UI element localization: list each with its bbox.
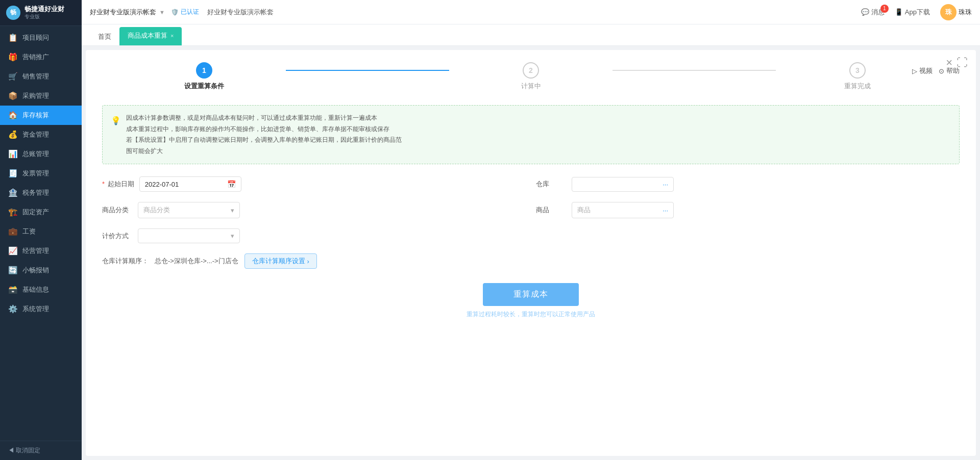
sidebar-item-label: 项目顾问 — [22, 33, 49, 42]
invoice-icon: 🧾 — [8, 169, 17, 178]
logo-icon: 畅 — [6, 6, 20, 20]
category-label: 商品分类 — [102, 206, 133, 215]
active-tab-label: 商品成本重算 — [128, 31, 167, 40]
sidebar-header: 畅 畅捷通好业财 专业版 — [0, 0, 82, 26]
warehouse-order-btn[interactable]: 仓库计算顺序设置 › — [244, 253, 317, 269]
avatar: 珠 — [940, 4, 957, 20]
verified-text: 已认证 — [181, 8, 199, 16]
goods-input[interactable]: 商品 ··· — [572, 202, 674, 218]
payroll-icon: 💼 — [8, 227, 17, 236]
sidebar-item-invoice[interactable]: 🧾 发票管理 — [0, 164, 82, 183]
help-link-label: 帮助 — [946, 66, 960, 75]
form-row-2: 商品分类 商品分类 ▾ 商品 商品 ··· — [102, 202, 960, 218]
help-icon: ⊙ — [939, 67, 944, 75]
tab-close-icon[interactable]: × — [170, 33, 174, 39]
step-connector-2 — [612, 70, 776, 71]
sidebar-item-project[interactable]: 📋 项目顾问 — [0, 28, 82, 47]
step-actions: ▷ 视频 ⊙ 帮助 — [912, 66, 960, 75]
bulb-icon: 💡 — [111, 114, 121, 157]
form-group-price: 计价方式 ▾ — [102, 228, 526, 243]
sidebar-item-label: 系统管理 — [22, 304, 49, 314]
sidebar-item-finance[interactable]: 💰 资金管理 — [0, 125, 82, 144]
step-3-label: 重算完成 — [844, 82, 871, 91]
shield-icon: 🛡️ — [171, 9, 179, 16]
sidebar-item-marketing[interactable]: 🎁 营销推广 — [0, 47, 82, 67]
warehouse-order-value: 总仓->深圳仓库->...->门店仓 — [155, 257, 238, 266]
step-1: 1 设置重算条件 — [122, 62, 286, 91]
sidebar-item-assets[interactable]: 🏗️ 固定资产 — [0, 202, 82, 222]
step-3-circle: 3 — [849, 62, 866, 79]
message-button[interactable]: 💬 消息 1 — [861, 8, 885, 17]
sidebar-item-system[interactable]: ⚙️ 系统管理 — [0, 299, 82, 319]
sidebar-item-expense[interactable]: 🔄 小畅报销 — [0, 261, 82, 280]
info-line-2: 成本重算过程中，影响库存账的操作均不能操作，比如进货单、销货单、库存单据不能审核… — [126, 124, 402, 135]
notification-badge: 1 — [880, 5, 889, 13]
sidebar-item-label: 经营管理 — [22, 246, 49, 255]
chevron-down-icon: ▾ — [231, 207, 234, 214]
app-download-button[interactable]: 📱 App下载 — [895, 8, 930, 17]
basic-icon: 🗃️ — [8, 285, 17, 294]
sidebar-item-label: 发票管理 — [22, 169, 49, 178]
info-text: 因成本计算参数调整，或是对商品成本有疑问时，可以通过成本重算功能，重新计算一遍成… — [126, 113, 402, 157]
warehouse-btn-arrow-icon: › — [307, 258, 309, 265]
price-method-label: 计价方式 — [102, 232, 133, 241]
tax-icon: 🏦 — [8, 188, 17, 197]
warehouse-ellipsis-icon: ··· — [663, 181, 668, 188]
video-link[interactable]: ▷ 视频 — [912, 66, 933, 75]
start-date-label: * 起始日期 — [102, 180, 134, 189]
marketing-icon: 🎁 — [8, 53, 17, 62]
calendar-icon: 📅 — [227, 180, 236, 188]
price-method-select[interactable]: ▾ — [138, 228, 240, 243]
sidebar-item-payroll[interactable]: 💼 工资 — [0, 222, 82, 241]
username: 珠珠 — [959, 8, 972, 17]
app-download-label: App下载 — [905, 8, 930, 17]
sidebar-unpin[interactable]: ◀ 取消固定 — [0, 441, 82, 460]
step-2-circle: 2 — [523, 62, 539, 79]
sidebar-item-label: 库存核算 — [22, 111, 49, 120]
help-link[interactable]: ⊙ 帮助 — [939, 66, 960, 75]
account-name: 好业财专业版演示帐套 — [90, 8, 156, 17]
category-select[interactable]: 商品分类 ▾ — [138, 202, 240, 218]
sidebar-item-label: 资金管理 — [22, 130, 49, 139]
form-row-3: 计价方式 ▾ — [102, 228, 960, 243]
warehouse-order-label: 仓库计算顺序： — [102, 257, 149, 266]
unpin-label: ◀ 取消固定 — [8, 446, 40, 455]
info-line-3: 若【系统设置】中启用了自动调整记账日期时，会调整入库单的整单记账日期，因此重新计… — [126, 135, 402, 146]
user-profile[interactable]: 珠 珠珠 — [940, 4, 972, 20]
finance-icon: 💰 — [8, 130, 17, 139]
account-chevron-icon: ▼ — [159, 9, 165, 15]
form-group-start-date: * 起始日期 2022-07-01 📅 — [102, 176, 526, 192]
sidebar-item-operations[interactable]: 📈 经营管理 — [0, 241, 82, 261]
start-date-input[interactable]: 2022-07-01 📅 — [139, 176, 241, 192]
warehouse-input[interactable]: ··· — [572, 177, 674, 192]
purchase-icon: 📦 — [8, 91, 17, 100]
sidebar-item-accounting[interactable]: 📊 总账管理 — [0, 144, 82, 164]
sidebar-item-label: 小畅报销 — [22, 266, 49, 275]
sidebar-item-basic[interactable]: 🗃️ 基础信息 — [0, 280, 82, 299]
form-group-goods: 商品 商品 ··· — [536, 202, 960, 218]
project-icon: 📋 — [8, 33, 17, 42]
sidebar-item-sales[interactable]: 🛒 销售管理 — [0, 67, 82, 86]
sidebar: 畅 畅捷通好业财 专业版 📋 项目顾问 🎁 营销推广 🛒 销售管理 📦 采购管理… — [0, 0, 82, 460]
tab-home[interactable]: 首页 — [90, 28, 119, 45]
sidebar-item-label: 基础信息 — [22, 285, 49, 294]
account-selector[interactable]: 好业财专业版演示帐套 ▼ — [90, 8, 165, 17]
sidebar-edition: 专业版 — [24, 13, 64, 20]
sidebar-item-label: 固定资产 — [22, 208, 49, 217]
sidebar-item-tax[interactable]: 🏦 税务管理 — [0, 183, 82, 202]
info-line-1: 因成本计算参数调整，或是对商品成本有疑问时，可以通过成本重算功能，重新计算一遍成… — [126, 113, 402, 124]
warehouse-label: 仓库 — [536, 180, 567, 189]
form-group-category: 商品分类 商品分类 ▾ — [102, 202, 526, 218]
goods-placeholder: 商品 — [577, 206, 663, 215]
tab-cost-recalc[interactable]: 商品成本重算 × — [119, 27, 182, 45]
accounting-icon: 📊 — [8, 149, 17, 159]
sidebar-item-inventory[interactable]: 🏠 库存核算 — [0, 106, 82, 125]
mobile-icon: 📱 — [895, 8, 903, 16]
sidebar-item-purchase[interactable]: 📦 采购管理 — [0, 86, 82, 106]
start-date-value: 2022-07-01 — [145, 181, 227, 188]
topbar: 好业财专业版演示帐套 ▼ 🛡️ 已认证 好业财专业版演示帐套 💬 消息 1 📱 … — [82, 0, 980, 24]
recalc-button[interactable]: 重算成本 — [483, 283, 579, 306]
required-star: * — [102, 180, 105, 188]
recalc-section: 重算成本 重算过程耗时较长，重算时您可以正常使用产品 — [102, 283, 960, 319]
tabs-bar: 首页 商品成本重算 × — [82, 24, 980, 46]
